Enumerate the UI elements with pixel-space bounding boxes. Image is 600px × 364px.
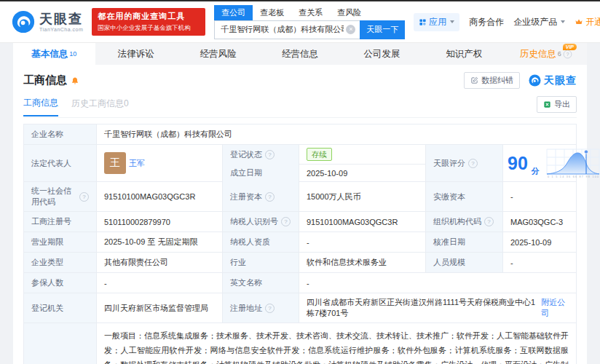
nav-cooperation-label: 商务合作 bbox=[469, 16, 504, 28]
reg-number-label: 工商注册号 bbox=[24, 212, 96, 232]
legal-rep-label: 法定代表人 bbox=[24, 145, 96, 181]
help-icon[interactable] bbox=[265, 192, 275, 202]
data-correction-button[interactable]: 数据纠错 bbox=[464, 72, 520, 89]
score-label: 天眼评分 bbox=[425, 145, 502, 181]
tab-legal-litigation[interactable]: 法律诉讼 bbox=[95, 43, 178, 65]
tab-company-development[interactable]: 公司发展 bbox=[341, 43, 423, 65]
tab-count: 6 bbox=[558, 50, 561, 58]
company-tabbar: 基本信息10 法律诉讼 经营风险 经营信息 公司发展 知识产权 VIP 历史信息… bbox=[13, 43, 587, 65]
taxpayer-id-value: 91510100MAG03QGC3R bbox=[299, 212, 425, 232]
industry-value: 软件和信息技术服务业 bbox=[299, 253, 425, 272]
help-icon[interactable] bbox=[265, 304, 275, 313]
tianyancha-logo[interactable]: 天眼查 TianYanCha.com bbox=[12, 10, 83, 33]
score-distribution-chart: 0 1 5 14 36 66 87 98 100 bbox=[545, 148, 600, 178]
help-icon[interactable] bbox=[265, 150, 275, 159]
taxpayer-qualification-value: - bbox=[299, 232, 425, 252]
business-term-label: 营业期限 bbox=[24, 232, 96, 252]
chevron-down-icon bbox=[450, 20, 454, 23]
reg-address-label: 注册地址 bbox=[222, 293, 299, 323]
subtab-business-info[interactable]: 工商信息 bbox=[23, 97, 58, 116]
tab-label: 基本信息 bbox=[31, 48, 68, 60]
tab-basic-info[interactable]: 基本信息10 bbox=[13, 43, 95, 65]
establish-date-label: 成立日期 bbox=[222, 163, 299, 183]
registered-capital-value: 15000万人民币 bbox=[299, 182, 425, 211]
label-text: 统一社会信用代码 bbox=[31, 186, 76, 207]
company-type-value: 其他有限责任公司 bbox=[96, 253, 222, 272]
reg-status-value: 存续 bbox=[299, 145, 425, 165]
insured-count-value: - bbox=[96, 273, 222, 293]
watermark-brand: 天眼查 bbox=[529, 74, 577, 87]
reg-number-value: 510110002879970 bbox=[96, 212, 222, 232]
nav-open-vip[interactable]: 开通会员 bbox=[575, 16, 600, 28]
nav-vip-label: 开通会员 bbox=[585, 16, 600, 28]
score-value: 90 bbox=[508, 154, 528, 173]
company-name-value: 千里智行网联（成都）科技有限公司 bbox=[96, 124, 576, 144]
insured-count-label: 参保人数 bbox=[24, 273, 96, 293]
staff-size-value: - bbox=[502, 253, 576, 272]
nearby-companies-link[interactable]: 附近公司 bbox=[541, 297, 569, 319]
info-circle-icon[interactable] bbox=[563, 50, 572, 58]
industry-label: 行业 bbox=[222, 253, 299, 272]
banner-line2: 国家中小企业发展子基金旗下机构 bbox=[98, 24, 200, 33]
nav-apps[interactable]: 应用 bbox=[414, 13, 459, 31]
help-icon[interactable] bbox=[468, 159, 478, 168]
score-unit: 分 bbox=[532, 166, 540, 177]
tab-history-info[interactable]: VIP 历史信息6 bbox=[505, 43, 587, 65]
company-type-label: 企业类型 bbox=[24, 253, 96, 272]
search-tab-boss[interactable]: 查老板 bbox=[253, 5, 291, 20]
logo-domain: TianYanCha.com bbox=[39, 27, 83, 32]
vip-badge: VIP bbox=[563, 44, 577, 50]
business-info-table: 企业名称 千里智行网联（成都）科技有限公司 法定代表人 王 王军 登记状态 存续… bbox=[23, 124, 577, 364]
nav-products-label: 企业级产品 bbox=[513, 16, 557, 28]
tab-count: 10 bbox=[69, 50, 76, 58]
table-row: 登记机关 四川天府新区市场监督管理局 注册地址 四川省成都市天府新区正兴街道汉州… bbox=[24, 293, 576, 323]
help-icon[interactable] bbox=[79, 192, 89, 202]
search-button[interactable]: 天眼一下 bbox=[360, 20, 405, 39]
subtab-history-business-info[interactable]: 历史工商信息0 bbox=[71, 98, 129, 116]
search-tabs: 查公司 查老板 查关系 查风险 bbox=[214, 5, 405, 20]
tab-label: 历史信息 bbox=[520, 48, 556, 60]
paid-capital-label: 实缴资本 bbox=[425, 182, 502, 211]
tab-label: 法律诉讼 bbox=[118, 48, 154, 60]
logo-name: 天眼查 bbox=[39, 12, 83, 25]
table-row: 企业类型 其他有限责任公司 行业 软件和信息技术服务业 人员规模 - bbox=[24, 252, 576, 272]
registered-capital-label: 注册资本 bbox=[222, 182, 299, 211]
export-button[interactable]: 导出 bbox=[537, 96, 577, 113]
banner-line1: 都在用的商业查询工具 bbox=[98, 11, 200, 22]
help-icon[interactable] bbox=[484, 217, 494, 226]
search-tab-relation[interactable]: 查关系 bbox=[291, 5, 330, 20]
address-text: 四川省成都市天府新区正兴街道汉州路1111号天府保税商业中心1栋7楼701号 bbox=[307, 297, 538, 319]
tab-label: 公司发展 bbox=[364, 48, 400, 60]
table-row: 参保人数 - 英文名称 - bbox=[24, 272, 576, 293]
staff-size-label: 人员规模 bbox=[425, 253, 502, 272]
business-scope-value: 一般项目：信息系统集成服务；技术服务、技术开发、技术咨询、技术交流、技术转让、技… bbox=[96, 323, 576, 364]
label-text: 组织机构代码 bbox=[433, 216, 481, 227]
legal-rep-avatar[interactable]: 王 bbox=[104, 152, 126, 174]
search-input[interactable] bbox=[214, 20, 360, 39]
tab-operation-risk[interactable]: 经营风险 bbox=[177, 43, 259, 65]
clear-search-icon[interactable] bbox=[346, 25, 355, 34]
help-icon[interactable] bbox=[281, 217, 291, 226]
tab-intellectual-property[interactable]: 知识产权 bbox=[423, 43, 505, 65]
nav-enterprise-products[interactable]: 企业级产品 bbox=[513, 16, 565, 28]
paid-capital-value: - bbox=[502, 182, 576, 211]
search-tab-risk[interactable]: 查风险 bbox=[330, 5, 368, 20]
tab-operation-info[interactable]: 经营信息 bbox=[259, 43, 342, 65]
taxpayer-qualification-label: 纳税人资质 bbox=[222, 232, 299, 252]
table-row: 企业名称 千里智行网联（成都）科技有限公司 bbox=[24, 124, 576, 144]
legal-rep-name-link[interactable]: 王军 bbox=[129, 158, 145, 169]
approval-date-label: 核准日期 bbox=[425, 232, 502, 252]
table-row: 工商注册号 510110002879970 纳税人识别号 91510100MAG… bbox=[24, 211, 576, 232]
nav-apps-label: 应用 bbox=[429, 16, 446, 28]
org-code-value: MAG03QGC-3 bbox=[502, 212, 576, 232]
reg-address-value: 四川省成都市天府新区正兴街道汉州路1111号天府保税商业中心1栋7楼701号 附… bbox=[299, 293, 576, 323]
search-tab-company[interactable]: 查公司 bbox=[214, 5, 253, 20]
score-cell[interactable]: 90 分 0 1 5 14 36 66 87 98 100 bbox=[502, 145, 600, 181]
label-text: 纳税人识别号 bbox=[230, 216, 278, 227]
reg-authority-label: 登记机关 bbox=[24, 293, 96, 323]
subscribe-bell-icon[interactable] bbox=[71, 76, 79, 85]
export-label: 导出 bbox=[554, 99, 570, 110]
nav-cooperation[interactable]: 商务合作 bbox=[469, 16, 504, 28]
label-text: 登记状态 bbox=[230, 149, 262, 160]
brand-name: 天眼查 bbox=[544, 74, 577, 87]
